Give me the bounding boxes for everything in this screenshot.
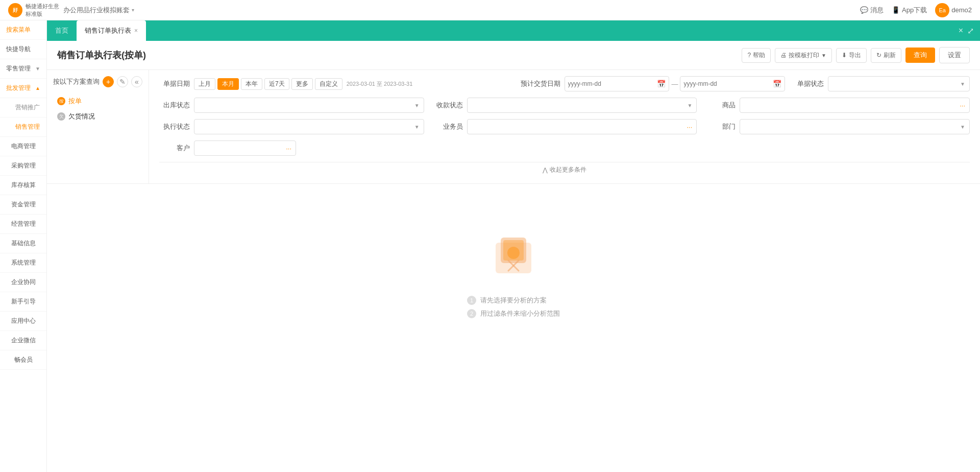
collapse-scheme-icon: « (135, 78, 139, 86)
sidebar-item-system[interactable]: 系统管理 (0, 253, 46, 273)
app-download-label: App下载 (902, 6, 927, 15)
collapse-label: 收起更多条件 (550, 166, 586, 174)
execution-select[interactable] (199, 123, 414, 131)
user-action[interactable]: Ea demo2 (935, 3, 972, 17)
tab-bar: 首页 销售订单执行表 × × ⤢ (47, 20, 980, 41)
collapse-scheme-button[interactable]: « (131, 76, 142, 87)
date-btn-more[interactable]: 更多 (291, 78, 313, 90)
query-button[interactable]: 查询 (905, 48, 935, 63)
date-btn-thismonth[interactable]: 本月 (217, 78, 239, 90)
salesperson-input[interactable] (472, 123, 687, 130)
delivery-label: 预计交货日期 (521, 79, 560, 88)
date-btn-lastmonth[interactable]: 上月 (194, 78, 215, 90)
sidebar-item-finance[interactable]: 资金管理 (0, 195, 46, 215)
help-icon: ? (747, 52, 751, 59)
sidebar-item-operation[interactable]: 经营管理 (0, 215, 46, 234)
sidebar-item-wholesale[interactable]: 批发管理 ▲ (0, 79, 46, 98)
tab-home-label: 首页 (55, 26, 68, 35)
sidebar-item-ecommerce[interactable]: 电商管理 (0, 137, 46, 156)
refresh-button[interactable]: ↻ 刷新 (871, 48, 901, 63)
customer-dots-icon[interactable]: ··· (286, 145, 291, 152)
finance-label: 资金管理 (11, 201, 36, 208)
sidebar-item-sales[interactable]: 销售管理 (0, 117, 46, 137)
marketing-label: 营销推广 (15, 104, 40, 111)
outbound-label: 出库状态 (159, 101, 190, 110)
appcenter-label: 应用中心 (11, 317, 36, 324)
customer-label: 客户 (159, 144, 190, 153)
basic-label: 基础信息 (11, 240, 36, 247)
sidebar-item-basic[interactable]: 基础信息 (0, 234, 46, 253)
product-dots-icon[interactable]: ··· (960, 102, 965, 109)
breadcrumb-text: 办公用品行业模拟账套 (63, 6, 130, 15)
scheme-item-single[interactable]: 按 按单 (53, 93, 142, 109)
tab-salesorder[interactable]: 销售订单执行表 × (77, 20, 146, 41)
maximize-icon[interactable]: ⤢ (967, 26, 974, 36)
sidebar-item-search[interactable]: 搜索菜单 (0, 20, 46, 40)
tab-home[interactable]: 首页 (47, 20, 77, 41)
scheme-active-icon: 按 (57, 97, 65, 105)
app-download-action[interactable]: 📱 App下载 (892, 6, 927, 15)
quicknav-label: 快捷导航 (6, 45, 31, 53)
customer-input[interactable] (199, 145, 286, 152)
filter-row-1: 单据日期 上月 本月 本年 近7天 更多 自定义 2023-03-01 至 20… (159, 76, 970, 91)
delivery-end-wrap: 📅 (680, 76, 785, 91)
content-area: 首页 销售订单执行表 × × ⤢ 销售订单执行表(按单) ? 帮助 (47, 20, 980, 472)
salesperson-dots-icon[interactable]: ··· (687, 123, 693, 131)
sidebar-item-wechat[interactable]: 企业微信 (0, 331, 46, 350)
inventory-label: 库存核算 (11, 181, 36, 188)
logo-text: 畅捷通好生意 标准版 (26, 3, 59, 17)
department-select[interactable] (744, 123, 960, 131)
add-scheme-button[interactable]: + (103, 76, 114, 87)
sidebar-item-newbie[interactable]: 新手引导 (0, 292, 46, 312)
retail-label: 零售管理 (6, 64, 31, 73)
page-actions: ? 帮助 🖨 按模板打印 ⬇ 导出 ↻ 刷新 (742, 47, 970, 63)
tab-close-icon[interactable]: × (134, 27, 138, 34)
date-btn-thisyear[interactable]: 本年 (241, 78, 262, 90)
outbound-select[interactable] (199, 102, 414, 109)
date-quick-buttons: 上月 本月 本年 近7天 更多 自定义 (194, 78, 342, 90)
department-label: 部门 (705, 122, 736, 131)
sidebar-item-quicknav[interactable]: 快捷导航 (0, 40, 46, 59)
sidebar-item-member[interactable]: 畅会员 (0, 350, 46, 370)
add-scheme-icon: + (106, 78, 110, 86)
delivery-start-input[interactable] (568, 80, 655, 87)
product-input[interactable] (744, 102, 960, 109)
sidebar-item-marketing[interactable]: 营销推广 (0, 98, 46, 117)
retail-arrow-icon: ▼ (35, 66, 40, 72)
scheme-shortage-label: 欠货情况 (68, 112, 95, 121)
sidebar-item-purchase[interactable]: 采购管理 (0, 156, 46, 176)
delivery-end-input[interactable] (683, 80, 771, 87)
header-left: 好 畅捷通好生意 标准版 办公用品行业模拟账套 ▾ (8, 3, 134, 17)
collection-select[interactable] (472, 102, 688, 109)
collection-dropdown-icon: ▼ (687, 103, 692, 108)
settings-button[interactable]: 设置 (939, 47, 970, 63)
date-btn-custom[interactable]: 自定义 (315, 78, 342, 90)
sidebar-item-enterprise[interactable]: 企业协同 (0, 273, 46, 292)
page-content: 销售订单执行表(按单) ? 帮助 🖨 按模板打印 ⬇ 导出 (47, 41, 980, 472)
close-all-icon[interactable]: × (959, 26, 963, 35)
scheme-item-shortage[interactable]: 欠 欠货情况 (53, 109, 142, 124)
header-right: 💬 消息 📱 App下载 Ea demo2 (860, 3, 972, 17)
filter-row-4: 客户 ··· (159, 140, 970, 156)
scheme-single-label: 按单 (68, 97, 82, 106)
billstatus-select[interactable] (832, 76, 960, 91)
breadcrumb[interactable]: 办公用品行业模拟账套 ▾ (63, 6, 134, 15)
sidebar-item-inventory[interactable]: 库存核算 (0, 176, 46, 195)
tip-text-2: 用过滤条件来缩小分析范围 (480, 309, 560, 318)
breadcrumb-dropdown-icon[interactable]: ▾ (132, 7, 134, 13)
newbie-label: 新手引导 (11, 298, 36, 305)
help-button[interactable]: ? 帮助 (742, 48, 771, 63)
message-action[interactable]: 💬 消息 (860, 6, 884, 15)
filter-scheme-panel: 按以下方案查询 + ✎ « (47, 70, 149, 183)
sidebar-item-appcenter[interactable]: 应用中心 (0, 312, 46, 331)
collapse-button[interactable]: ⋀ 收起更多条件 (159, 162, 970, 177)
svg-point-3 (507, 247, 520, 259)
print-button[interactable]: 🖨 按模板打印 (775, 48, 832, 63)
export-button[interactable]: ⬇ 导出 (836, 48, 867, 63)
edit-scheme-button[interactable]: ✎ (117, 76, 128, 87)
edit-scheme-icon: ✎ (119, 78, 126, 86)
sidebar-item-retail[interactable]: 零售管理 ▼ (0, 59, 46, 79)
scheme-shortage-icon: 欠 (57, 112, 65, 121)
system-label: 系统管理 (11, 259, 36, 266)
date-btn-7days[interactable]: 近7天 (264, 78, 289, 90)
